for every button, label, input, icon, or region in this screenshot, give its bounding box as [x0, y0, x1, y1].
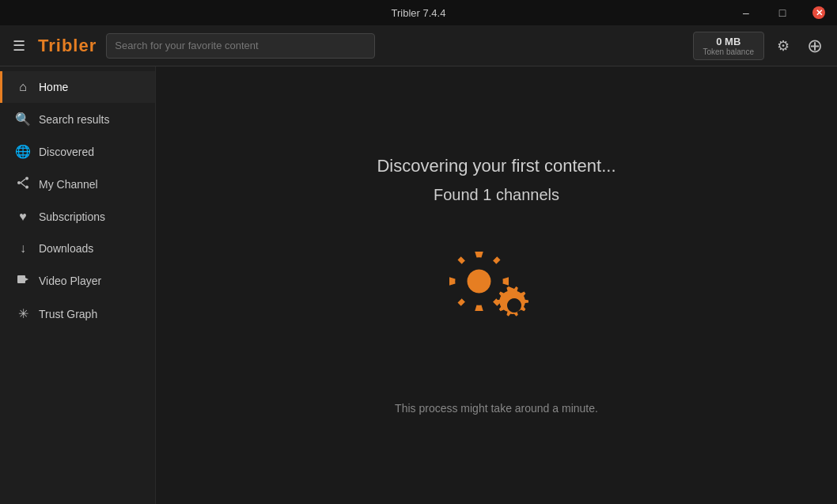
- svg-point-2: [17, 181, 21, 184]
- plus-icon: ⊕: [807, 35, 823, 57]
- sidebar-item-subscriptions[interactable]: ♥ Subscriptions: [0, 201, 155, 233]
- found-channels: Found 1 channels: [434, 186, 559, 204]
- sidebar-label-downloads: Downloads: [39, 242, 93, 255]
- globe-icon: 🌐: [15, 144, 31, 159]
- gear-small-icon: [490, 282, 538, 329]
- svg-line-4: [21, 183, 25, 187]
- titlebar-title: Tribler 7.4.4: [392, 7, 446, 19]
- header: ☰ Tribler 0 MB Token balance ⚙ ⊕: [0, 25, 837, 66]
- hamburger-button[interactable]: ☰: [9, 34, 28, 58]
- search-input[interactable]: [106, 33, 375, 59]
- asterisk-icon: ✳: [15, 306, 31, 321]
- sidebar-item-home[interactable]: ⌂ Home: [0, 71, 155, 103]
- header-right: 0 MB Token balance ⚙ ⊕: [693, 32, 828, 60]
- close-button[interactable]: ✕: [801, 0, 837, 25]
- sidebar-item-downloads[interactable]: ↓ Downloads: [0, 233, 155, 264]
- titlebar: Tribler 7.4.4 – □ ✕: [0, 0, 837, 25]
- gear-icon: ⚙: [777, 37, 790, 55]
- main-content: Discovering your first content... Found …: [156, 66, 837, 504]
- sidebar-label-video-player: Video Player: [39, 275, 101, 287]
- minimize-button[interactable]: –: [728, 0, 764, 25]
- process-note: This process might take around a minute.: [395, 402, 598, 415]
- svg-point-0: [25, 177, 28, 180]
- heart-icon: ♥: [15, 210, 31, 224]
- token-balance-amount: 0 MB: [703, 36, 755, 47]
- add-button[interactable]: ⊕: [802, 33, 828, 59]
- discovering-title: Discovering your first content...: [377, 156, 615, 176]
- svg-point-1: [25, 186, 28, 189]
- maximize-button[interactable]: □: [764, 0, 801, 25]
- logo: Tribler: [38, 36, 97, 56]
- sidebar-item-trust-graph[interactable]: ✳ Trust Graph: [0, 297, 155, 330]
- search-icon: 🔍: [15, 112, 31, 127]
- video-icon: [15, 273, 31, 289]
- svg-marker-6: [25, 278, 28, 281]
- svg-rect-5: [17, 275, 25, 283]
- sidebar-label-trust-graph: Trust Graph: [39, 308, 97, 320]
- layout: ⌂ Home 🔍 Search results 🌐 Discovered My …: [0, 66, 837, 504]
- share-icon: [15, 176, 31, 192]
- token-balance-label: Token balance: [703, 47, 755, 56]
- svg-line-3: [21, 179, 25, 183]
- sidebar-item-search-results[interactable]: 🔍 Search results: [0, 103, 155, 135]
- titlebar-controls: – □ ✕: [728, 0, 837, 25]
- sidebar: ⌂ Home 🔍 Search results 🌐 Discovered My …: [0, 66, 156, 504]
- sidebar-item-video-player[interactable]: Video Player: [0, 264, 155, 297]
- settings-button[interactable]: ⚙: [771, 33, 796, 59]
- gears-animation: [449, 252, 544, 339]
- download-icon: ↓: [15, 241, 31, 256]
- close-icon: ✕: [812, 6, 825, 19]
- token-balance[interactable]: 0 MB Token balance: [693, 32, 765, 60]
- sidebar-label-my-channel: My Channel: [39, 178, 98, 191]
- sidebar-label-search-results: Search results: [39, 113, 109, 126]
- sidebar-label-home: Home: [39, 81, 68, 93]
- sidebar-label-discovered: Discovered: [39, 146, 94, 158]
- sidebar-item-discovered[interactable]: 🌐 Discovered: [0, 135, 155, 168]
- sidebar-item-my-channel[interactable]: My Channel: [0, 168, 155, 201]
- sidebar-label-subscriptions: Subscriptions: [39, 210, 105, 223]
- home-icon: ⌂: [15, 80, 31, 94]
